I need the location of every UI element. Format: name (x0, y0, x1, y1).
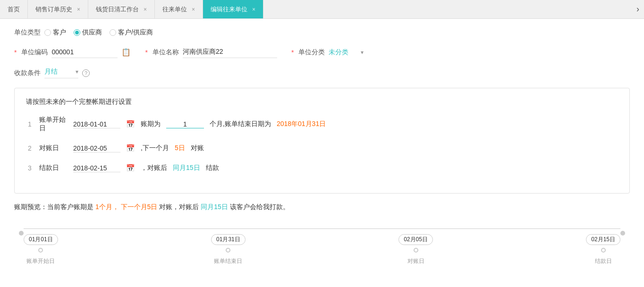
timeline-point-3: 02月05日 对账日 (398, 223, 433, 265)
code-group: * 单位编码 📋 (14, 46, 131, 58)
radio-group: 客户 供应商 客户/供应商 (44, 28, 153, 37)
payment-dropdown[interactable]: 月结 ▾ (44, 68, 78, 78)
tab-home[interactable]: 首页 (0, 0, 28, 18)
date-row-1: 1 账单开始日 📅 账期为 个月,账单结束日期为 2018年01月31日 (26, 116, 618, 133)
calendar-icon-1[interactable]: 📅 (126, 120, 135, 128)
date-input-1[interactable] (73, 120, 120, 128)
category-arrow-icon[interactable]: ▾ (361, 49, 364, 56)
timeline-dot-2 (226, 248, 230, 253)
tab-sales-history[interactable]: 销售订单历史 × (28, 0, 88, 18)
period-suffix-prefix: 个月,账单结束日期为 (210, 120, 271, 128)
code-required: * (14, 49, 17, 56)
calendar-icon-2[interactable]: 📅 (126, 144, 135, 152)
code-icon[interactable]: 📋 (121, 48, 131, 57)
radio-both[interactable]: 客户/供应商 (110, 28, 153, 37)
timeline-left-end (19, 231, 24, 236)
row2-day: 5日 (175, 144, 185, 152)
timeline-point-2: 01月31日 账单结束日 (211, 223, 246, 265)
preview-part3: 同月15日 (201, 203, 228, 211)
date-row-2: 2 对账日 📅 ,下一个月5日 对账 (26, 144, 618, 152)
code-input[interactable] (51, 46, 118, 58)
timeline-dot-4 (601, 248, 606, 253)
payment-label: 收款条件 (14, 69, 41, 77)
row-num-1: 1 (26, 120, 34, 128)
radio-supplier-circle (74, 29, 80, 36)
main-content: 单位类型 客户 供应商 客户/供应商 * 单位编码 (0, 19, 644, 287)
tab-bar: 首页 销售订单历史 × 钱货日清工作台 × 往来单位 × 编辑往来单位 × › (0, 0, 644, 19)
row-num-3: 3 (26, 164, 34, 172)
help-icon[interactable]: ? (82, 69, 90, 77)
tab-cash-work[interactable]: 钱货日清工作台 × (88, 0, 155, 18)
timeline-points: 01月01日 账单开始日 01月31日 账单结束日 02月05日 对账日 (24, 223, 620, 265)
radio-both-circle (110, 29, 116, 36)
name-group: * 单位名称 (145, 46, 277, 58)
category-group: * 单位分类 未分类 ▾ (291, 48, 364, 57)
row-label-1: 账单开始日 (39, 116, 68, 133)
settings-section: 请按照未来的一个完整帐期进行设置 1 账单开始日 📅 账期为 个月,账单结束日期… (14, 88, 630, 194)
timeline-label-4: 结款日 (595, 257, 612, 265)
code-label: 单位编码 (21, 48, 48, 57)
category-value: 未分类 (329, 48, 357, 57)
radio-supplier-label: 供应商 (82, 28, 102, 37)
row2-suffix-text: ,下一个月 (141, 144, 169, 152)
period-prefix: 账期为 (141, 120, 161, 128)
timeline-container: 01月01日 账单开始日 01月31日 账单结束日 02月05日 对账日 (24, 223, 620, 265)
tab-edit-partner[interactable]: 编辑往来单位 × (203, 0, 263, 18)
preview-part2: 下一个月5日 (121, 203, 158, 211)
timeline-date-3: 02月05日 (398, 234, 433, 245)
timeline-point-1: 01月01日 账单开始日 (24, 223, 58, 265)
row3-day: 同月15日 (173, 164, 200, 172)
category-required: * (291, 49, 294, 56)
row3-prefix: ，对账后 (141, 164, 167, 172)
preview-part1: 1个月， (95, 203, 119, 211)
name-label: 单位名称 (153, 48, 179, 57)
preview-suffix: 该客户会给我打款。 (230, 203, 289, 211)
section-title: 请按照未来的一个完整帐期进行设置 (26, 98, 618, 106)
code-name-category-row: * 单位编码 📋 * 单位名称 * 单位分类 未分类 ▾ (14, 46, 630, 58)
end-date-value: 2018年01月31日 (277, 120, 326, 128)
payment-arrow-icon[interactable]: ▾ (76, 68, 78, 75)
date-input-2[interactable] (73, 144, 120, 152)
row-num-2: 2 (26, 144, 34, 152)
timeline-date-1: 01月01日 (24, 234, 58, 245)
tab-edit-partner-close[interactable]: × (252, 6, 255, 13)
timeline-date-2: 01月31日 (211, 234, 246, 245)
unit-type-row: 单位类型 客户 供应商 客户/供应商 (14, 28, 630, 37)
preview-middle: 对账，对账后 (159, 203, 199, 211)
timeline-date-4: 02月15日 (586, 234, 620, 245)
calendar-icon-3[interactable]: 📅 (126, 164, 135, 172)
row-label-3: 结款日 (39, 164, 68, 172)
radio-both-label: 客户/供应商 (118, 28, 153, 37)
payment-group: 收款条件 月结 ▾ ? (14, 68, 90, 78)
tab-partner-close[interactable]: × (192, 6, 195, 13)
preview-section: 账期预览：当前客户账期是 1个月， 下一个月5日 对账，对账后 同月15日 该客… (14, 203, 630, 211)
unit-type-label: 单位类型 (14, 28, 41, 37)
payment-value: 月结 (44, 68, 73, 76)
tab-cash-work-close[interactable]: × (144, 6, 147, 13)
radio-customer-label: 客户 (53, 28, 66, 37)
category-label: 单位分类 (298, 48, 325, 57)
radio-customer[interactable]: 客户 (44, 28, 66, 37)
date-row-3: 3 结款日 📅 ，对账后 同月15日 结款 (26, 164, 618, 172)
tab-expand-button[interactable]: › (632, 0, 644, 18)
name-required: * (145, 49, 147, 56)
timeline-label-2: 账单结束日 (214, 257, 242, 265)
date-input-3[interactable] (73, 164, 120, 172)
tab-sales-history-close[interactable]: × (77, 6, 80, 13)
row-label-2: 对账日 (39, 144, 68, 152)
tab-spacer (263, 0, 632, 18)
tab-partner[interactable]: 往来单位 × (155, 0, 203, 18)
timeline-point-4: 02月15日 结款日 (586, 223, 620, 265)
radio-customer-circle (44, 29, 51, 36)
timeline-label-3: 对账日 (407, 257, 424, 265)
preview-prefix: 账期预览：当前客户账期是 (14, 203, 93, 211)
unit-type-group: 单位类型 客户 供应商 客户/供应商 (14, 28, 153, 37)
timeline-label-1: 账单开始日 (26, 257, 55, 265)
name-input[interactable] (183, 46, 277, 58)
radio-supplier[interactable]: 供应商 (74, 28, 102, 37)
period-input[interactable] (166, 120, 204, 128)
timeline-right-end (620, 231, 625, 236)
timeline-dot-3 (414, 248, 418, 253)
payment-row: 收款条件 月结 ▾ ? (14, 68, 630, 78)
row3-suffix: 结款 (206, 164, 219, 172)
